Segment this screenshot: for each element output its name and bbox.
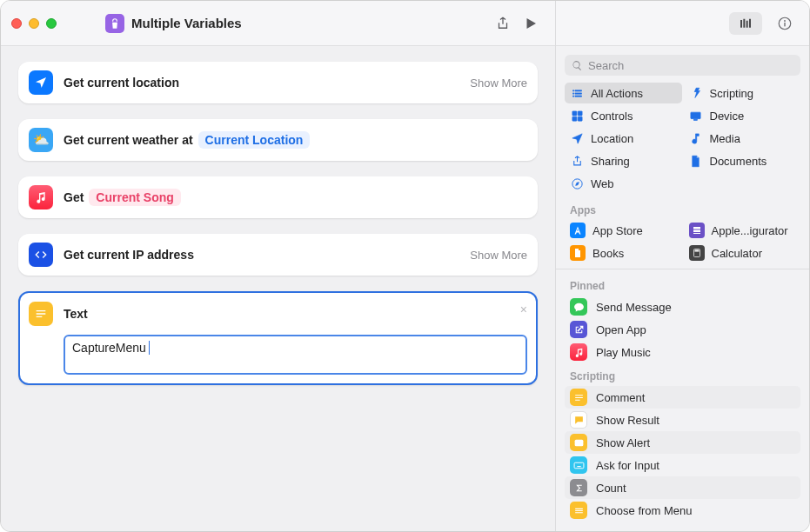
show-more[interactable]: Show More (470, 249, 527, 262)
category-label: Location (591, 132, 633, 145)
variable-chip[interactable]: Current Song (89, 189, 180, 206)
action-text[interactable]: × Text CaptureMenu (18, 291, 538, 385)
app-icon (570, 223, 586, 238)
action-weather[interactable]: ⛅ Get current weather atCurrent Location (18, 119, 538, 161)
category-media[interactable]: Media (684, 128, 801, 149)
list-item[interactable]: Show Alert (565, 431, 800, 454)
app-label: Calculator (712, 247, 763, 260)
app-icon (689, 223, 705, 238)
list-item[interactable]: Choose from Menu (565, 499, 800, 522)
app-item[interactable]: Calculator (684, 243, 801, 263)
window-title: Multiple Variables (131, 16, 242, 30)
sharing-icon (570, 154, 584, 168)
section-scripting: Scripting (556, 363, 809, 386)
divider (556, 269, 809, 269)
category-script[interactable]: Scripting (684, 83, 801, 103)
list-icon (570, 86, 584, 100)
category-web[interactable]: Web (565, 173, 682, 194)
ip-icon (29, 243, 53, 267)
list-item[interactable]: Ask for Input (565, 454, 800, 476)
controls-icon (570, 109, 584, 123)
search-icon (572, 60, 583, 71)
list-item[interactable]: Send Message (565, 296, 800, 318)
list-item[interactable]: Count (565, 476, 800, 499)
close-icon[interactable]: × (520, 303, 527, 316)
document-icon (689, 154, 703, 168)
category-document[interactable]: Documents (684, 150, 801, 171)
category-device[interactable]: Device (684, 105, 801, 126)
open-icon (570, 321, 587, 338)
sigma-icon (570, 479, 587, 496)
app-item[interactable]: App Store (565, 220, 682, 241)
keyboard-icon (570, 456, 587, 474)
location-icon (29, 70, 53, 95)
menu-icon (570, 502, 587, 519)
library-toolbar (556, 1, 809, 46)
window-controls (11, 18, 57, 29)
list-label: Choose from Menu (596, 504, 693, 517)
category-controls[interactable]: Controls (565, 105, 682, 126)
app-label: Apple...igurator (712, 224, 788, 237)
run-button[interactable] (517, 11, 545, 36)
list-item[interactable]: Comment (565, 386, 800, 409)
workflow-area[interactable]: Get current locationShow More ⛅ Get curr… (1, 46, 555, 531)
list-item[interactable]: Play Music (565, 341, 800, 363)
list-label: Show Result (596, 414, 659, 427)
list-label: Show Alert (596, 436, 650, 449)
search-input[interactable]: Search (565, 55, 800, 76)
app-icon (570, 245, 586, 261)
list-label: Comment (596, 391, 645, 404)
app-item[interactable]: Apple...igurator (684, 220, 801, 241)
category-location[interactable]: Location (565, 128, 682, 149)
app-label: Books (592, 247, 624, 260)
fullscreen-window[interactable] (46, 18, 57, 29)
app-icon (105, 14, 124, 33)
show-more[interactable]: Show More (470, 76, 527, 90)
web-icon (570, 176, 584, 190)
action-label: Get current location (64, 76, 179, 90)
text-field[interactable]: CaptureMenu (64, 335, 527, 375)
close-window[interactable] (11, 18, 22, 29)
location-icon (570, 131, 584, 145)
action-label: Text (64, 307, 88, 321)
list-label: Play Music (596, 346, 651, 359)
category-label: All Actions (591, 87, 643, 100)
alert-icon (570, 434, 587, 451)
action-label: Get current IP address (64, 248, 194, 262)
list-item[interactable]: Open App (565, 318, 800, 341)
play-icon (570, 343, 587, 361)
action-label: GetCurrent Song (64, 189, 181, 206)
list-label: Ask for Input (596, 459, 659, 472)
text-icon (29, 302, 53, 326)
category-label: Controls (591, 110, 633, 123)
script-icon (689, 86, 703, 100)
category-list[interactable]: All Actions (565, 83, 682, 103)
app-item[interactable]: Books (565, 243, 682, 263)
action-ip[interactable]: Get current IP addressShow More (18, 234, 538, 276)
action-music[interactable]: GetCurrent Song (18, 176, 538, 218)
list-item[interactable]: Show Result (565, 409, 800, 431)
info-button[interactable] (771, 11, 799, 36)
weather-icon: ⛅ (29, 128, 53, 152)
category-label: Scripting (710, 87, 754, 100)
library-button[interactable] (729, 12, 762, 35)
action-label: Get current weather atCurrent Location (64, 131, 310, 149)
music-icon (29, 185, 53, 209)
bubble-icon (570, 411, 587, 429)
category-label: Web (591, 177, 614, 190)
search-placeholder: Search (588, 59, 624, 72)
media-icon (689, 131, 703, 145)
titlebar: Multiple Variables (1, 1, 555, 46)
share-button[interactable] (489, 11, 517, 36)
category-label: Documents (710, 155, 767, 168)
message-icon (570, 298, 587, 316)
list-label: Open App (596, 323, 646, 336)
action-location[interactable]: Get current locationShow More (18, 62, 538, 103)
category-label: Media (710, 132, 740, 145)
category-label: Device (710, 110, 745, 123)
device-icon (689, 109, 703, 123)
list-label: Send Message (596, 301, 672, 314)
minimize-window[interactable] (29, 18, 39, 29)
category-sharing[interactable]: Sharing (565, 150, 682, 171)
variable-chip[interactable]: Current Location (198, 131, 311, 149)
